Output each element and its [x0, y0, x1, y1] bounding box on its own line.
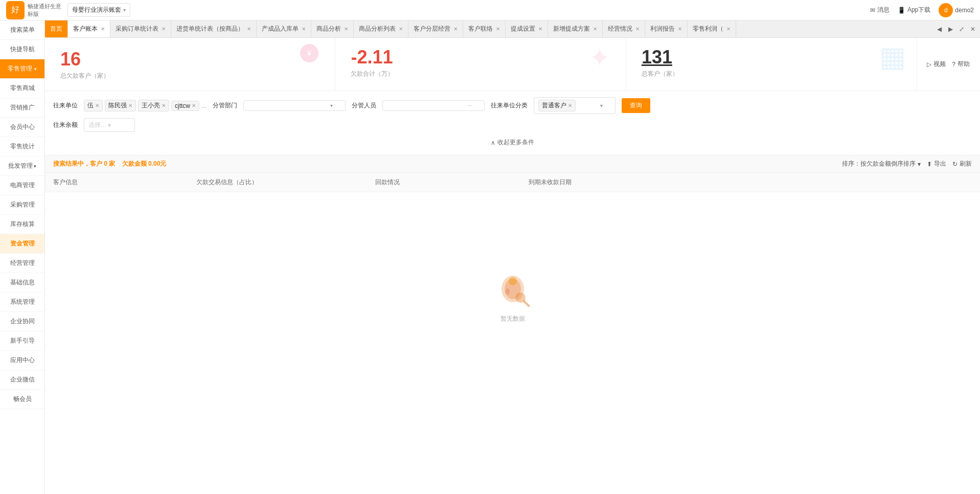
tab-home[interactable]: 首页 [45, 20, 68, 38]
logo-text: 畅捷通好生意 标版 [28, 3, 61, 17]
sidebar-item-marketing[interactable]: 营销推广 [0, 98, 44, 118]
tab-purchase-order[interactable]: 采购订单统计表 ✕ [110, 20, 171, 38]
sidebar-item-enterprise-collab[interactable]: 企业协同 [0, 312, 44, 331]
sidebar-item-inventory-check[interactable]: 库存核算 [0, 215, 44, 234]
category-tag: 普通客户 ✕ [538, 100, 576, 111]
remove-category-tag[interactable]: ✕ [568, 103, 572, 108]
col-payment-status: 回款情况 [375, 178, 529, 187]
sidebar-item-wholesale-mgmt[interactable]: 批发管理 ▾ [0, 156, 44, 176]
close-tab-icon[interactable]: ✕ [162, 26, 166, 32]
col-customer-info: 客户信息 [53, 178, 196, 187]
sidebar-item-basic-info[interactable]: 基础信息 [0, 273, 44, 293]
tab-goods-analysis[interactable]: 商品分析 ✕ [311, 20, 354, 38]
tab-production-in[interactable]: 产成品入库单 ✕ [257, 20, 311, 38]
remove-tag-cjttcw[interactable]: ✕ [192, 103, 196, 108]
sidebar-item-retail-mall[interactable]: 零售商城 [0, 79, 44, 98]
stat-bg-building-icon: ▦ [879, 40, 906, 73]
refresh-button[interactable]: ↻ 刷新 [952, 160, 972, 168]
tab-prev-button[interactable]: ◀ [934, 24, 944, 34]
person-select[interactable]: ··· [382, 100, 485, 111]
close-tab-icon[interactable]: ✕ [399, 26, 403, 32]
result-actions: 排序：按欠款金额倒序排序 ▾ ⬆ 导出 ↻ 刷新 [842, 160, 972, 168]
sidebar-item-purchase-mgmt[interactable]: 采购管理 [0, 195, 44, 215]
svg-point-7 [506, 288, 510, 295]
filter-tag-wang: 王小亮 ✕ [138, 100, 169, 111]
stat-total-debt-customers: ¥ 16 总欠款客户（家） [45, 38, 335, 91]
sidebar-item-ecommerce-mgmt[interactable]: 电商管理 [0, 176, 44, 195]
category-select[interactable]: 普通客户 ✕ ▾ [534, 97, 616, 114]
user-area[interactable]: d demo2 [939, 3, 974, 17]
col-debt-info: 欠款交易信息（占比） [196, 178, 375, 187]
close-tab-icon[interactable]: ✕ [593, 26, 597, 32]
org-selector[interactable]: 母婴行业演示账套 ▾ [67, 3, 130, 17]
sidebar-item-retail-stats[interactable]: 零售统计 [0, 137, 44, 156]
message-button[interactable]: ✉ 消息 [870, 6, 890, 14]
message-icon: ✉ [870, 7, 875, 14]
chevron-icon: ▾ [34, 66, 37, 72]
tab-new-promotion[interactable]: 新增提成方案 ✕ [548, 20, 603, 38]
sidebar-item-member-center[interactable]: 会员中心 [0, 118, 44, 137]
empty-state: 暂无数据 [492, 235, 533, 354]
close-tab-icon[interactable]: ✕ [101, 26, 105, 32]
export-button[interactable]: ⬆ 导出 [927, 160, 946, 168]
close-tab-icon[interactable]: ✕ [678, 26, 682, 32]
remove-tag-wang[interactable]: ✕ [162, 103, 166, 108]
help-icon: ? [952, 61, 955, 68]
stat-total-customers: ▦ 131 总客户（家） [626, 38, 916, 91]
balance-select[interactable]: 选择... ▾ [84, 118, 135, 132]
tab-profit-report[interactable]: 利润报告 ✕ [645, 20, 688, 38]
sidebar-item-business-mgmt[interactable]: 经营管理 [0, 254, 44, 273]
top-bar: 好 畅捷通好生意 标版 母婴行业演示账套 ▾ ✉ 消息 📱 App下载 d de… [0, 0, 980, 20]
filter-more-button[interactable]: ... [201, 102, 207, 109]
tab-customer-layer[interactable]: 客户分层经营 ✕ [408, 20, 463, 38]
tab-business-status[interactable]: 经营情况 ✕ [603, 20, 645, 38]
video-icon: ▷ [927, 61, 931, 68]
tab-retail-profit[interactable]: 零售利润（ ✕ [688, 20, 736, 38]
dept-select[interactable]: ▾ [243, 100, 346, 111]
help-button[interactable]: ? 帮助 [952, 60, 970, 69]
stat-number-debt-customers: 16 [60, 50, 81, 69]
sidebar-item-app-center[interactable]: 应用中心 [0, 351, 44, 370]
remove-tag-wu[interactable]: ✕ [95, 103, 99, 108]
logo-icon: 好 [6, 1, 25, 19]
tab-customer-contact[interactable]: 客户联络 ✕ [463, 20, 506, 38]
tab-close-all-button[interactable]: ✕ [968, 24, 978, 34]
close-tab-icon[interactable]: ✕ [453, 26, 458, 32]
close-tab-icon[interactable]: ✕ [344, 26, 348, 32]
close-tab-icon[interactable]: ✕ [302, 26, 306, 32]
tab-instock-stats[interactable]: 进货单统计表（按商品） ✕ [171, 20, 257, 38]
sidebar-item-finance-mgmt[interactable]: 资金管理 [0, 234, 44, 254]
app-download-button[interactable]: 📱 App下载 [898, 6, 930, 14]
close-tab-icon[interactable]: ✕ [635, 26, 640, 32]
sidebar-item-new-guide[interactable]: 新手引导 [0, 331, 44, 351]
stat-number-total-customers: 131 [642, 48, 672, 66]
filter-tags-unit: 伍 ✕ 陈民强 ✕ 王小亮 ✕ cjttcw ✕ [84, 100, 207, 111]
stats-bar: ¥ 16 总欠款客户（家） ✦ -2.11 欠款合计（万） ▦ 131 总客户（… [45, 38, 980, 91]
refresh-icon: ↻ [952, 161, 958, 168]
sidebar-item-retail-mgmt[interactable]: 零售管理 ▾ [0, 59, 44, 79]
sidebar-item-system-mgmt[interactable]: 系统管理 [0, 293, 44, 312]
remove-tag-chen[interactable]: ✕ [128, 103, 132, 108]
close-tab-icon[interactable]: ✕ [496, 26, 500, 32]
close-tab-icon[interactable]: ✕ [538, 26, 542, 32]
tab-promotion-settings[interactable]: 提成设置 ✕ [506, 20, 548, 38]
tab-goods-analysis-list[interactable]: 商品分析列表 ✕ [354, 20, 408, 38]
close-tab-icon[interactable]: ✕ [247, 26, 251, 32]
collapse-button[interactable]: ∧ 收起更多条件 [487, 136, 538, 149]
close-tab-icon[interactable]: ✕ [726, 26, 731, 32]
balance-label: 往来余额 [53, 121, 78, 129]
filter-tag-chen: 陈民强 ✕ [105, 100, 136, 111]
video-button[interactable]: ▷ 视频 [927, 60, 946, 69]
query-button[interactable]: 查询 [622, 98, 650, 113]
sort-select[interactable]: 排序：按欠款金额倒序排序 ▾ [842, 160, 921, 168]
tab-next-button[interactable]: ▶ [945, 24, 955, 34]
sidebar-item-quick-nav[interactable]: 快捷导航 [0, 40, 44, 59]
sidebar-item-enterprise-wechat[interactable]: 企业微信 [0, 370, 44, 390]
sidebar-item-search-menu[interactable]: 搜索菜单 [0, 20, 44, 40]
stat-bg-circle-icon: ¥ [299, 43, 320, 63]
search-result-text: 搜索结果中，客户 0 家 欠款金额 0.00元 [53, 160, 166, 168]
top-right-area: ✉ 消息 📱 App下载 d demo2 [870, 3, 974, 17]
sidebar-item-vip-member[interactable]: 畅会员 [0, 390, 44, 409]
tab-customer-account[interactable]: 客户账本 ✕ [68, 20, 110, 38]
tab-maximize-button[interactable]: ⤢ [956, 24, 967, 34]
